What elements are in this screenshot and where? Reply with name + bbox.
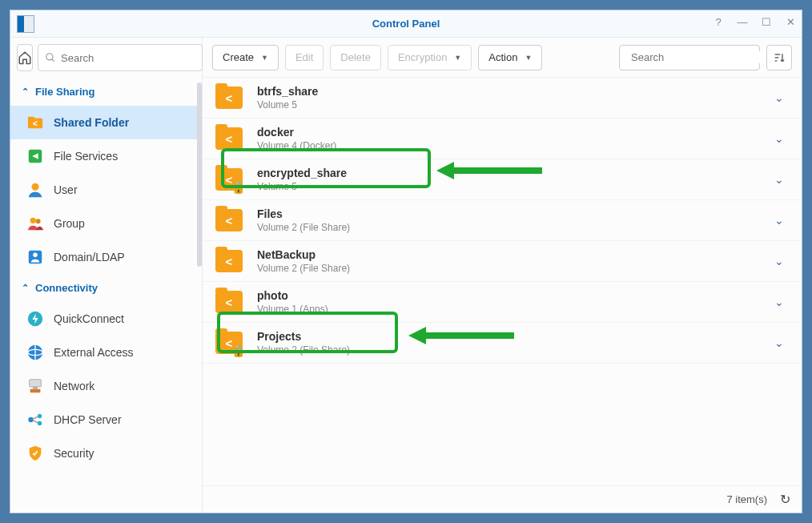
lock-icon: 🔒 [231,181,245,194]
body: ⌃ File Sharing < Shared Folder File Serv… [10,38,802,513]
chevron-down-icon[interactable]: ⌄ [774,173,789,186]
section-file-sharing[interactable]: ⌃ File Sharing [10,78,202,106]
sidebar-item-external-access[interactable]: External Access [10,336,202,369]
folder-row[interactable]: 🔒ProjectsVolume 2 (File Share)⌄ [203,323,802,364]
sort-button[interactable] [766,45,792,70]
svg-line-22 [33,420,38,423]
svg-line-1 [52,59,54,62]
folder-volume: Volume 1 (Apps) [257,304,328,315]
sidebar: ⌃ File Sharing < Shared Folder File Serv… [10,38,203,513]
chevron-down-icon[interactable]: ⌄ [774,336,789,349]
help-icon[interactable]: ? [712,15,725,28]
sidebar-item-file-services[interactable]: File Services [10,139,202,173]
lock-icon: 🔒 [231,344,245,357]
delete-button[interactable]: Delete [330,45,381,70]
section-connectivity[interactable]: ⌃ Connectivity [10,274,202,302]
section-label: Connectivity [35,282,98,294]
sidebar-item-label: QuickConnect [54,312,124,325]
create-button[interactable]: Create▼ [212,45,279,70]
search-icon [45,52,56,63]
sidebar-item-label: DHCP Server [54,413,122,426]
sidebar-item-network[interactable]: Network [10,369,202,403]
folder-icon [215,209,243,231]
svg-rect-15 [30,380,42,387]
sidebar-item-group[interactable]: Group [10,207,202,240]
scrollbar[interactable] [197,82,202,267]
sidebar-item-security[interactable]: Security [10,437,202,470]
svg-rect-16 [33,387,38,389]
folder-list: btrfs_shareVolume 5⌄dockerVolume 4 (Dock… [203,78,802,485]
folder-name: Files [257,207,350,220]
sidebar-item-label: Group [54,217,85,230]
caret-down-icon: ▼ [261,54,268,62]
maximize-icon[interactable]: ☐ [760,15,773,28]
sidebar-item-label: User [54,183,78,196]
control-panel-window: Control Panel ? — ☐ ✕ ⌃ Fil [10,10,802,513]
close-icon[interactable]: ✕ [784,15,797,28]
svg-text:<: < [33,119,38,128]
folder-row[interactable]: FilesVolume 2 (File Share)⌄ [203,200,802,241]
folder-name: docker [257,126,336,139]
chevron-up-icon: ⌃ [22,283,29,293]
folder-name: photo [257,289,328,302]
folder-name: Projects [257,330,350,343]
sidebar-item-dhcp-server[interactable]: DHCP Server [10,403,202,437]
chevron-up-icon: ⌃ [22,86,29,97]
search-input[interactable] [631,51,766,63]
svg-point-0 [46,54,53,60]
file-services-icon [26,147,44,165]
sidebar-item-label: External Access [54,346,134,359]
svg-point-20 [38,421,42,426]
user-icon [26,181,44,199]
folder-row[interactable]: NetBackupVolume 2 (File Share)⌄ [203,241,802,282]
folder-icon: 🔒 [215,168,243,191]
quickconnect-icon [26,310,44,328]
caret-down-icon: ▼ [525,54,532,62]
main: Create▼ Edit Delete Encryption▼ Action▼ … [203,38,802,513]
folder-icon [215,291,243,313]
folder-row[interactable]: dockerVolume 4 (Docker)⌄ [203,119,802,159]
sidebar-item-label: File Services [54,150,118,163]
group-icon [26,215,44,232]
sidebar-search[interactable] [38,44,203,71]
sidebar-item-user[interactable]: User [10,173,202,207]
folder-volume: Volume 5 [257,99,318,111]
sidebar-item-quickconnect[interactable]: QuickConnect [10,302,202,336]
search-box[interactable] [619,45,760,70]
toolbar: Create▼ Edit Delete Encryption▼ Action▼ [203,38,802,78]
shared-folder-icon: < [26,114,44,131]
action-button[interactable]: Action▼ [478,45,542,70]
caret-down-icon: ▼ [454,54,461,62]
svg-point-19 [38,414,42,419]
sidebar-item-label: Domain/LDAP [54,251,125,264]
folder-volume: Volume 2 (File Share) [257,222,350,233]
edit-button[interactable]: Edit [285,45,324,70]
sidebar-item-label: Network [54,380,94,392]
chevron-down-icon[interactable]: ⌄ [774,214,789,227]
titlebar: Control Panel ? — ☐ ✕ [10,10,802,38]
security-icon [26,445,44,462]
folder-volume: Volume 5 [257,181,347,192]
refresh-icon[interactable]: ↻ [780,492,790,507]
encryption-button[interactable]: Encryption▼ [388,45,472,70]
home-button[interactable] [17,44,33,71]
chevron-down-icon[interactable]: ⌄ [774,296,789,308]
sidebar-item-domain-ldap[interactable]: Domain/LDAP [10,240,202,274]
window-controls: ? — ☐ ✕ [712,15,797,28]
domain-ldap-icon [26,248,44,266]
minimize-icon[interactable]: — [736,15,749,28]
folder-icon [215,86,243,109]
chevron-down-icon[interactable]: ⌄ [774,91,789,104]
chevron-down-icon[interactable]: ⌄ [774,132,789,145]
section-label: File Sharing [35,86,94,98]
folder-row[interactable]: btrfs_shareVolume 5⌄ [203,78,802,119]
window-title: Control Panel [10,18,802,30]
sidebar-scroll: ⌃ File Sharing < Shared Folder File Serv… [10,78,202,513]
folder-name: encrypted_share [257,167,347,179]
sidebar-search-input[interactable] [61,52,195,64]
svg-point-7 [30,218,36,223]
folder-row[interactable]: 🔒encrypted_shareVolume 5⌄ [203,159,802,200]
chevron-down-icon[interactable]: ⌄ [774,255,789,268]
sidebar-item-shared-folder[interactable]: < Shared Folder [10,106,202,139]
folder-row[interactable]: photoVolume 1 (Apps)⌄ [203,282,802,323]
